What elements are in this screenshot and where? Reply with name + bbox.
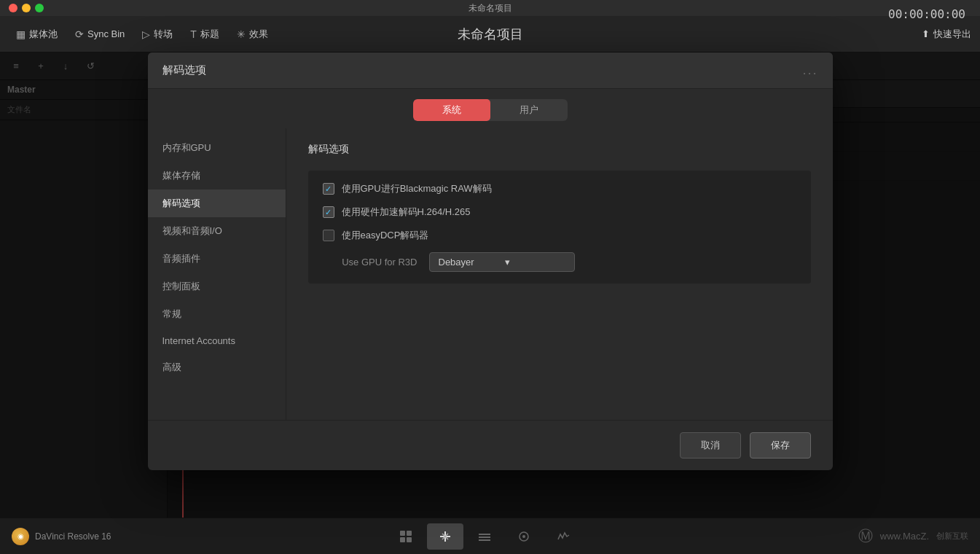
effects-label: 效果 [249,28,268,41]
sidebar-item-video-audio-io[interactable]: 视频和音频I/O [148,217,286,245]
sidebar-item-memory-gpu[interactable]: 内存和GPU [148,134,286,162]
gpu-r3d-label: Use GPU for R3D [323,257,418,268]
svg-rect-4 [479,534,490,535]
checkbox-easydcp[interactable] [323,230,334,241]
watermark-area: Ⓜ www.MacZ. 创新互联 [858,526,968,546]
option-row-3: 使用easyDCP解码器 [323,229,796,242]
media-pool-icon: ▦ [16,28,26,40]
window-title: 未命名项目 [469,2,512,15]
close-button[interactable] [9,4,17,12]
dialog-body: 内存和GPU 媒体存储 解码选项 视频和音频I/O 音频插件 控制面板 [148,128,833,420]
top-toolbar: ▦ 媒体池 ⟳ Sync Bin ▷ 转场 T 标题 ✳ 效果 未命名项目 ⬆ … [0,16,980,52]
titles-icon: T [190,28,197,40]
sidebar-item-general[interactable]: 常规 [148,300,286,328]
gpu-r3d-value: Debayer [439,257,499,268]
brand-name: 创新互联 [936,531,968,542]
sidebar-item-control-panel[interactable]: 控制面板 [148,273,286,300]
checkbox-gpu-raw[interactable] [323,183,334,195]
media-pool-button[interactable]: ▦ 媒体池 [9,24,65,44]
option-label-2: 使用硬件加速解码H.264/H.265 [342,206,471,219]
content-title: 解码选项 [308,143,811,156]
toolbar-right: ⬆ 快速导出 [922,28,971,41]
transitions-label: 转场 [154,28,173,41]
time-display: 00:00:00:00 [888,0,965,28]
sync-bin-icon: ⟳ [75,28,84,40]
sidebar-item-media-storage[interactable]: 媒体存储 [148,162,286,190]
sidebar-item-advanced[interactable]: 高级 [148,354,286,381]
title-bar: 未命名项目 [0,0,980,16]
tab-user[interactable]: 用户 [490,99,568,121]
media-pool-label: 媒体池 [29,28,58,41]
export-icon: ⬆ [922,28,930,39]
nav-cut[interactable] [427,523,463,550]
save-button[interactable]: 保存 [750,432,811,459]
watermark-text: www.MacZ. [880,531,929,542]
toolbar-left: ▦ 媒体池 ⟳ Sync Bin ▷ 转场 T 标题 ✳ 效果 [9,24,275,44]
dialog-header: 解码选项 ... [148,52,833,89]
transitions-icon: ▷ [142,28,150,40]
dialog-title: 解码选项 [162,63,206,77]
titles-label: 标题 [200,28,219,41]
brand-logo-icon: Ⓜ [858,526,873,546]
gpu-r3d-select[interactable]: Debayer ▾ [429,252,575,272]
app-name: DaVinci Resolve 16 [35,531,111,542]
option-label-1: 使用GPU进行Blackmagic RAW解码 [342,182,492,195]
gpu-r3d-row: Use GPU for R3D Debayer ▾ [323,252,796,272]
options-box: 使用GPU进行Blackmagic RAW解码 使用硬件加速解码H.264/H.… [308,171,811,284]
dialog-overlay: 解码选项 ... 系统 用户 内存和GPU 媒体存储 [0,52,980,518]
checkbox-hw-decode[interactable] [323,206,334,218]
tab-group: 系统 用户 [413,99,568,121]
option-row-2: 使用硬件加速解码H.264/H.265 [323,206,796,219]
svg-rect-1 [407,531,412,536]
nav-fairlight[interactable] [545,523,581,550]
window-controls[interactable] [9,4,44,12]
option-label-3: 使用easyDCP解码器 [342,229,429,242]
svg-point-8 [522,535,525,538]
bottom-left: ◉ DaVinci Resolve 16 [12,528,111,545]
maximize-button[interactable] [35,4,44,12]
effects-button[interactable]: ✳ 效果 [230,24,275,44]
sync-bin-label: Sync Bin [87,28,125,39]
svg-rect-0 [400,531,405,536]
preferences-dialog: 解码选项 ... 系统 用户 内存和GPU 媒体存储 [148,52,833,470]
effects-icon: ✳ [237,28,246,40]
option-row-1: 使用GPU进行Blackmagic RAW解码 [323,182,796,195]
nav-edit[interactable] [466,523,503,550]
dialog-sidebar: 内存和GPU 媒体存储 解码选项 视频和音频I/O 音频插件 控制面板 [148,128,286,420]
bottom-toolbar: ◉ DaVinci Resolve 16 Ⓜ www.MacZ. 创新互联 [0,518,980,554]
transitions-button[interactable]: ▷ 转场 [135,24,180,44]
quick-export-button[interactable]: ⬆ 快速导出 [922,28,971,41]
dialog-tabs: 系统 用户 [148,89,833,128]
davinci-logo: ◉ [12,528,29,545]
titles-button[interactable]: T 标题 [183,24,227,44]
svg-rect-2 [400,537,405,542]
bottom-nav [388,523,581,550]
project-title: 未命名项目 [458,26,523,43]
svg-rect-6 [479,539,490,541]
quick-export-label: 快速导出 [933,28,971,41]
cancel-button[interactable]: 取消 [680,432,741,459]
dialog-footer: 取消 保存 [148,420,833,470]
sidebar-item-decode-options[interactable]: 解码选项 [148,190,286,217]
sidebar-item-internet-accounts[interactable]: Internet Accounts [148,328,286,354]
tab-system[interactable]: 系统 [413,99,490,121]
minimize-button[interactable] [22,4,31,12]
chevron-down-icon: ▾ [505,257,565,268]
dialog-more-button[interactable]: ... [802,63,818,78]
nav-media[interactable] [388,523,424,550]
sidebar-item-audio-plugins[interactable]: 音频插件 [148,245,286,273]
sync-bin-button[interactable]: ⟳ Sync Bin [68,25,132,44]
svg-rect-5 [479,537,490,538]
dialog-content: 解码选项 使用GPU进行Blackmagic RAW解码 使用硬件加速解码H.2… [286,128,833,420]
svg-rect-3 [407,537,412,542]
nav-fusion[interactable] [506,523,542,550]
